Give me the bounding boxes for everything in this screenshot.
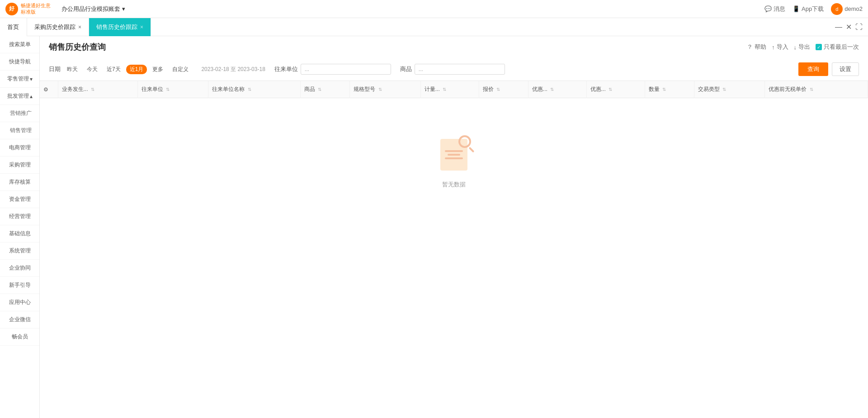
- maximize-icon[interactable]: ⛶: [855, 23, 863, 31]
- sort-icon: ⇅: [166, 87, 170, 92]
- page-header: 销售历史价查询 ？ 帮助 ↑ 导入 ↓ 导出 ✓: [40, 36, 868, 58]
- table-header-spec[interactable]: 规格型号 ⇅: [350, 81, 421, 98]
- table-header-pre-tax[interactable]: 优惠前无税单价 ⇅: [765, 81, 868, 98]
- sidebar-item-quicknav[interactable]: 快捷导航: [0, 53, 39, 71]
- date-opt-7days[interactable]: 近7天: [103, 65, 124, 74]
- sort-icon: ⇅: [443, 87, 446, 92]
- chevron-down-icon: ▾: [30, 76, 33, 82]
- date-opt-custom[interactable]: 自定义: [169, 65, 192, 74]
- export-btn[interactable]: ↓ 导出: [794, 43, 811, 51]
- empty-text: 暂无数据: [442, 180, 466, 189]
- sidebar-item-member[interactable]: 畅会员: [0, 328, 39, 346]
- table-header-qty[interactable]: 数量 ⇅: [645, 81, 694, 98]
- table-header-gear[interactable]: ⚙: [40, 81, 58, 98]
- doc-line-1: [445, 150, 463, 152]
- table-header-unit[interactable]: 计量... ⇅: [420, 81, 479, 98]
- logo-icon: 好: [5, 3, 18, 15]
- table-header-discount1[interactable]: 优惠... ⇅: [528, 81, 586, 98]
- table-header-partner-code[interactable]: 往来单位 ⇅: [137, 81, 208, 98]
- sidebar-item-enterprise-collab[interactable]: 企业协同: [0, 260, 39, 277]
- sidebar-item-beginner[interactable]: 新手引导: [0, 277, 39, 294]
- table-header-goods[interactable]: 商品 ⇅: [301, 81, 350, 98]
- doc-line-2: [448, 154, 460, 156]
- sort-icon: ⇅: [609, 87, 612, 92]
- tab-window-actions: — ✕ ⛶: [835, 23, 868, 31]
- data-table: ⚙ 业务发生... ⇅ 往来单位 ⇅ 往来单位名称 ⇅: [40, 81, 868, 98]
- user-profile[interactable]: d demo2: [831, 3, 863, 15]
- date-options: 昨天 今天 近7天 近1月 更多 自定义: [63, 65, 192, 74]
- sort-icon: ⇅: [496, 87, 500, 92]
- download-icon: 📱: [793, 5, 800, 12]
- export-icon: ↓: [794, 44, 797, 51]
- main-layout: 搜索菜单 快捷导航 零售管理 ▾ 批发管理 ▴ 营销推广 销售管理 电商管理 采…: [0, 36, 868, 418]
- quicknav-label: 快捷导航: [9, 58, 31, 65]
- goods-filter: 商品 ...: [400, 64, 505, 75]
- logo-area: 好 畅捷通好生意 标准版: [5, 3, 51, 15]
- messages-btn[interactable]: 💬 消息: [764, 5, 785, 13]
- sidebar-item-app-center[interactable]: 应用中心: [0, 294, 39, 311]
- import-btn[interactable]: ↑ 导入: [772, 43, 788, 51]
- sidebar-item-operations[interactable]: 经营管理: [0, 208, 39, 225]
- close-window-icon[interactable]: ✕: [846, 23, 852, 31]
- table-header-trade-type[interactable]: 交易类型 ⇅: [694, 81, 765, 98]
- date-range-display: 2023-02-18 至 2023-03-18: [201, 66, 265, 73]
- sidebar-item-inventory[interactable]: 库存核算: [0, 174, 39, 191]
- date-opt-1month[interactable]: 近1月: [126, 65, 147, 74]
- sidebar-item-wholesale[interactable]: 批发管理 ▴: [0, 88, 39, 105]
- tab-home[interactable]: 首页: [0, 18, 27, 36]
- content-area: 销售历史价查询 ？ 帮助 ↑ 导入 ↓ 导出 ✓: [40, 36, 868, 418]
- sidebar-item-sales-mgmt[interactable]: 销售管理: [0, 122, 39, 139]
- date-opt-yesterday[interactable]: 昨天: [63, 65, 81, 74]
- magnify-handle: [469, 147, 475, 153]
- filter-right: 查询 设置: [798, 62, 859, 76]
- tab-purchase-close-icon[interactable]: ×: [78, 24, 81, 30]
- sidebar: 搜索菜单 快捷导航 零售管理 ▾ 批发管理 ▴ 营销推广 销售管理 电商管理 采…: [0, 36, 40, 418]
- table-header-discount2[interactable]: 优惠... ⇅: [586, 81, 645, 98]
- sort-icon: ⇅: [318, 87, 321, 92]
- top-bar: 好 畅捷通好生意 标准版 办公用品行业模拟账套 ▾ 💬 消息 📱 App下载 d…: [0, 0, 868, 18]
- sort-icon: ⇅: [91, 87, 94, 92]
- tab-purchase-history[interactable]: 采购历史价跟踪 ×: [27, 18, 89, 36]
- date-filter: 日期 昨天 今天 近7天 近1月 更多 自定义: [49, 65, 192, 74]
- sidebar-item-retail[interactable]: 零售管理 ▾: [0, 71, 39, 88]
- sort-icon: ⇅: [810, 87, 813, 92]
- sidebar-item-purchase[interactable]: 采购管理: [0, 157, 39, 174]
- tab-sales-history[interactable]: 销售历史价跟踪 ×: [89, 18, 151, 36]
- settings-button[interactable]: 设置: [832, 62, 859, 76]
- help-icon: ？: [747, 43, 753, 51]
- table-header-quote[interactable]: 报价 ⇅: [479, 81, 528, 98]
- table-container: ⚙ 业务发生... ⇅ 往来单位 ⇅ 往来单位名称 ⇅: [40, 81, 868, 418]
- page-title-row: 销售历史价查询 ？ 帮助 ↑ 导入 ↓ 导出 ✓: [49, 42, 859, 52]
- minimize-icon[interactable]: —: [835, 23, 842, 31]
- sidebar-item-marketing[interactable]: 营销推广: [0, 105, 39, 122]
- partner-filter: 往来单位 ...: [274, 64, 391, 75]
- date-opt-today[interactable]: 今天: [83, 65, 101, 74]
- table-header-biz-date[interactable]: 业务发生... ⇅: [58, 81, 137, 98]
- logo-text: 畅捷通好生意 标准版: [21, 3, 51, 14]
- sidebar-item-basic-info[interactable]: 基础信息: [0, 225, 39, 242]
- sidebar-item-search[interactable]: 搜索菜单: [0, 36, 39, 53]
- sort-icon: ⇅: [378, 87, 382, 92]
- sort-icon: ⇅: [248, 87, 251, 92]
- empty-doc-icon: [440, 139, 467, 171]
- filter-bar: 日期 昨天 今天 近7天 近1月 更多 自定义 2023-02-18 至 202…: [40, 58, 868, 81]
- app-selector[interactable]: 办公用品行业模拟账套 ▾: [61, 5, 125, 13]
- help-btn[interactable]: ？ 帮助: [747, 43, 766, 51]
- tab-sales-close-icon[interactable]: ×: [140, 24, 143, 30]
- message-icon: 💬: [764, 5, 772, 12]
- tab-bar: 首页 采购历史价跟踪 × 销售历史价跟踪 × — ✕ ⛶: [0, 18, 868, 36]
- chevron-down-icon: ▾: [122, 5, 125, 12]
- app-download-btn[interactable]: 📱 App下载: [793, 5, 824, 13]
- goods-input[interactable]: ...: [415, 64, 505, 75]
- sidebar-item-finance[interactable]: 资金管理: [0, 191, 39, 208]
- query-button[interactable]: 查询: [798, 62, 828, 76]
- sidebar-item-ecommerce[interactable]: 电商管理: [0, 139, 39, 157]
- sidebar-item-enterprise-wechat[interactable]: 企业微信: [0, 311, 39, 328]
- only-last-checkbox[interactable]: ✓ 只看最后一次: [816, 43, 859, 51]
- partner-input[interactable]: ...: [301, 64, 391, 75]
- sort-icon: ⇅: [550, 87, 554, 92]
- date-opt-more[interactable]: 更多: [149, 65, 167, 74]
- sidebar-item-system[interactable]: 系统管理: [0, 242, 39, 260]
- table-header-partner-name[interactable]: 往来单位名称 ⇅: [208, 81, 301, 98]
- page-actions: ？ 帮助 ↑ 导入 ↓ 导出 ✓ 只看最后一次: [747, 43, 859, 51]
